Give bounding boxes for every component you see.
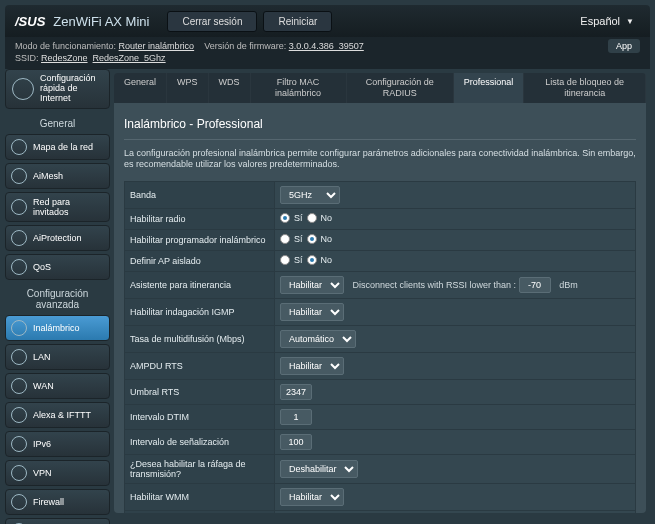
- roaming-hint: Disconnect clients with RSSI lower than …: [353, 280, 517, 290]
- ssid1-link[interactable]: RedesZone: [41, 53, 88, 63]
- sidebar-item-label: QoS: [33, 262, 51, 272]
- info-bar: App Modo de funcionamiento: Router inalá…: [5, 37, 650, 69]
- radio-sched-yes[interactable]: [280, 234, 290, 244]
- tab-wds[interactable]: WDS: [209, 73, 251, 103]
- brand-logo: /SUS: [15, 14, 45, 29]
- sidebar-item-label: Mapa de la red: [33, 142, 93, 152]
- sidebar-item-label: AiMesh: [33, 171, 63, 181]
- top-bar: /SUS ZenWiFi AX Mini Cerrar sesión Reini…: [5, 5, 650, 37]
- label-igmp: Habilitar indagación IGMP: [125, 298, 275, 325]
- sidebar-item-label: VPN: [33, 468, 52, 478]
- qis-button[interactable]: Configuración rápida de Internet: [5, 69, 110, 109]
- label-mcast: Tasa de multidifusión (Mbps): [125, 325, 275, 352]
- tab-filtro-mac-inalámbrico[interactable]: Filtro MAC inalámbrico: [251, 73, 347, 103]
- input-dtim[interactable]: [280, 409, 312, 425]
- label-dtim: Intervalo DTIM: [125, 404, 275, 429]
- sidebar-item-alexa-&-ifttt[interactable]: Alexa & IFTTT: [5, 402, 110, 428]
- ssid2-link[interactable]: RedesZone_5Ghz: [93, 53, 166, 63]
- page-title: Inalámbrico - Professional: [124, 111, 636, 140]
- input-beacon[interactable]: [280, 434, 312, 450]
- sidebar-item-label: Inalámbrico: [33, 323, 80, 333]
- sidebar-item-label: Alexa & IFTTT: [33, 410, 91, 420]
- sidebar-item-ipv6[interactable]: IPv6: [5, 431, 110, 457]
- content-area: GeneralWPSWDSFiltro MAC inalámbricoConfi…: [114, 73, 646, 513]
- chevron-down-icon: ▼: [626, 17, 634, 26]
- qis-icon: [12, 78, 34, 100]
- label-enable-radio: Habilitar radio: [125, 208, 275, 229]
- label-ampdu-rts: AMPDU RTS: [125, 352, 275, 379]
- sidebar-icon: [11, 199, 27, 215]
- radio-isolated-no[interactable]: [307, 255, 317, 265]
- tab-lista-de-bloqueo-de-itinerancia[interactable]: Lista de bloqueo de itinerancia: [524, 73, 646, 103]
- sidebar-icon: [11, 230, 27, 246]
- roaming-unit: dBm: [559, 280, 578, 290]
- select-roaming[interactable]: Habilitar: [280, 276, 344, 294]
- fw-label: Versión de firmware:: [204, 41, 286, 51]
- sidebar-item-qos[interactable]: QoS: [5, 254, 110, 280]
- language-selector[interactable]: Español ▼: [580, 15, 634, 27]
- sidebar-item-label: LAN: [33, 352, 51, 362]
- tab-general[interactable]: General: [114, 73, 167, 103]
- qis-label: Configuración rápida de Internet: [40, 74, 103, 104]
- sidebar-item-label: Red para invitados: [33, 197, 104, 217]
- sidebar-item-label: Firewall: [33, 497, 64, 507]
- logout-button[interactable]: Cerrar sesión: [167, 11, 257, 32]
- label-ap-isolated: Definir AP aislado: [125, 250, 275, 271]
- sidebar-item-aimesh[interactable]: AiMesh: [5, 163, 110, 189]
- product-name: ZenWiFi AX Mini: [53, 14, 149, 29]
- sidebar-item-label: IPv6: [33, 439, 51, 449]
- select-mcast[interactable]: Automático: [280, 330, 356, 348]
- sidebar-item-label: WAN: [33, 381, 54, 391]
- sidebar: Configuración rápida de Internet General…: [5, 69, 110, 524]
- radio-isolated-yes[interactable]: [280, 255, 290, 265]
- sidebar-item-aiprotection[interactable]: AiProtection: [5, 225, 110, 251]
- select-ampdu-rts[interactable]: Habilitar: [280, 357, 344, 375]
- tab-professional[interactable]: Professional: [454, 73, 525, 103]
- sidebar-item-lan[interactable]: LAN: [5, 344, 110, 370]
- tab-bar: GeneralWPSWDSFiltro MAC inalámbricoConfi…: [114, 73, 646, 103]
- select-wmm[interactable]: Habilitar: [280, 488, 344, 506]
- app-badge[interactable]: App: [608, 39, 640, 53]
- sidebar-icon: [11, 494, 27, 510]
- radio-enable-radio-yes[interactable]: [280, 213, 290, 223]
- sidebar-item-inalámbrico[interactable]: Inalámbrico: [5, 315, 110, 341]
- sidebar-icon: [11, 407, 27, 423]
- sidebar-item-firewall[interactable]: Firewall: [5, 489, 110, 515]
- select-igmp[interactable]: Habilitar: [280, 303, 344, 321]
- sidebar-icon: [11, 436, 27, 452]
- sidebar-header-general: General: [5, 113, 110, 134]
- fw-link[interactable]: 3.0.0.4.386_39507: [289, 41, 364, 51]
- select-txburst[interactable]: Deshabilitar: [280, 460, 358, 478]
- page-description: La configuración profesional inalámbrica…: [124, 148, 636, 171]
- sidebar-icon: [11, 378, 27, 394]
- label-band: Banda: [125, 181, 275, 208]
- sidebar-icon: [11, 320, 27, 336]
- sidebar-item-administración[interactable]: Administración: [5, 518, 110, 524]
- label-enable-sched: Habilitar programador inalámbrico: [125, 229, 275, 250]
- language-label: Español: [580, 15, 620, 27]
- label-beacon: Intervalo de señalización: [125, 429, 275, 454]
- label-roaming: Asistente para itinerancia: [125, 271, 275, 298]
- settings-table: Banda 5GHz Habilitar radio Sí No Habilit…: [124, 181, 636, 513]
- label-txburst: ¿Desea habilitar la ráfaga de transmisió…: [125, 454, 275, 483]
- tab-wps[interactable]: WPS: [167, 73, 209, 103]
- label-wmm-noack: Habilitar WMM sin confirmación: [125, 510, 275, 513]
- radio-enable-radio-no[interactable]: [307, 213, 317, 223]
- sidebar-item-wan[interactable]: WAN: [5, 373, 110, 399]
- sidebar-item-label: AiProtection: [33, 233, 82, 243]
- sidebar-item-red-para-invitados[interactable]: Red para invitados: [5, 192, 110, 222]
- select-band[interactable]: 5GHz: [280, 186, 340, 204]
- mode-label: Modo de funcionamiento:: [15, 41, 116, 51]
- sidebar-icon: [11, 259, 27, 275]
- input-roaming-rssi[interactable]: [519, 277, 551, 293]
- input-rts[interactable]: [280, 384, 312, 400]
- sidebar-item-vpn[interactable]: VPN: [5, 460, 110, 486]
- sidebar-header-advanced: Configuración avanzada: [5, 283, 110, 315]
- radio-sched-no[interactable]: [307, 234, 317, 244]
- tab-configuración-de-radius[interactable]: Configuración de RADIUS: [347, 73, 454, 103]
- reboot-button[interactable]: Reiniciar: [263, 11, 332, 32]
- sidebar-item-mapa-de-la-red[interactable]: Mapa de la red: [5, 134, 110, 160]
- sidebar-icon: [11, 465, 27, 481]
- mode-link[interactable]: Router inalámbrico: [119, 41, 195, 51]
- sidebar-icon: [11, 349, 27, 365]
